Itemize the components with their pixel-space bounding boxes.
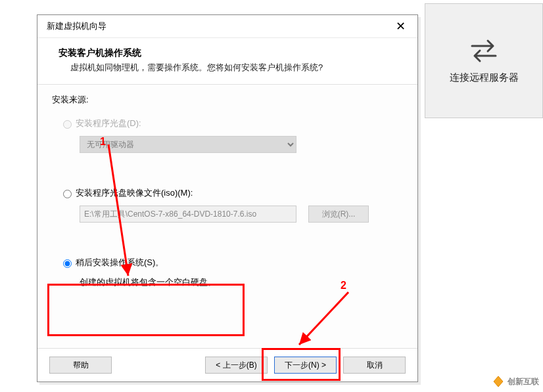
radio-later[interactable]: [63, 259, 72, 268]
option-disc: 安装程序光盘(D): 无可用驱动器: [60, 118, 403, 153]
radio-iso-row[interactable]: 安装程序光盘映像文件(iso)(M):: [60, 187, 403, 199]
install-source-label: 安装来源:: [52, 94, 403, 106]
radio-later-desc: 创建的虚拟机将包含一个空白硬盘。: [80, 276, 403, 288]
radio-iso[interactable]: [63, 190, 72, 198]
button-bar: 帮助 < 上一步(B) 下一步(N) > 取消: [37, 348, 417, 381]
transfer-icon: [468, 37, 500, 64]
header-desc: 虚拟机如同物理机，需要操作系统。您将如何安装客户机操作系统?: [70, 62, 402, 74]
titlebar: 新建虚拟机向导 ✕: [37, 15, 417, 38]
help-button[interactable]: 帮助: [49, 357, 112, 374]
dialog-title: 新建虚拟机向导: [47, 20, 390, 32]
radio-disc: [63, 120, 72, 129]
option-later: 稍后安装操作系统(S)。 创建的虚拟机将包含一个空白硬盘。: [60, 257, 403, 288]
connect-remote-panel[interactable]: 连接远程服务器: [425, 3, 543, 118]
cancel-button[interactable]: 取消: [343, 357, 406, 374]
radio-disc-row: 安装程序光盘(D):: [60, 118, 403, 129]
option-iso: 安装程序光盘映像文件(iso)(M): 浏览(R)...: [60, 187, 403, 223]
close-icon[interactable]: ✕: [390, 18, 411, 35]
watermark-icon: [492, 375, 505, 388]
dialog-header: 安装客户机操作系统 虚拟机如同物理机，需要操作系统。您将如何安装客户机操作系统?: [37, 38, 417, 85]
dialog-body: 安装来源: 安装程序光盘(D): 无可用驱动器 安装程序光盘映像文件(iso)(…: [37, 85, 417, 348]
iso-path-input: [80, 206, 296, 223]
connect-remote-label: 连接远程服务器: [450, 72, 519, 84]
header-title: 安装客户机操作系统: [59, 47, 402, 59]
radio-later-row[interactable]: 稍后安装操作系统(S)。: [60, 257, 403, 269]
next-button[interactable]: 下一步(N) >: [274, 357, 337, 374]
radio-later-label: 稍后安装操作系统(S)。: [76, 257, 164, 269]
radio-iso-label: 安装程序光盘映像文件(iso)(M):: [76, 187, 193, 199]
new-vm-wizard-dialog: 新建虚拟机向导 ✕ 安装客户机操作系统 虚拟机如同物理机，需要操作系统。您将如何…: [37, 14, 418, 382]
watermark: 创新互联: [492, 375, 539, 388]
drive-select: 无可用驱动器: [80, 136, 296, 153]
radio-disc-label: 安装程序光盘(D):: [76, 118, 141, 129]
back-button[interactable]: < 上一步(B): [205, 357, 268, 374]
browse-button: 浏览(R)...: [308, 206, 369, 223]
